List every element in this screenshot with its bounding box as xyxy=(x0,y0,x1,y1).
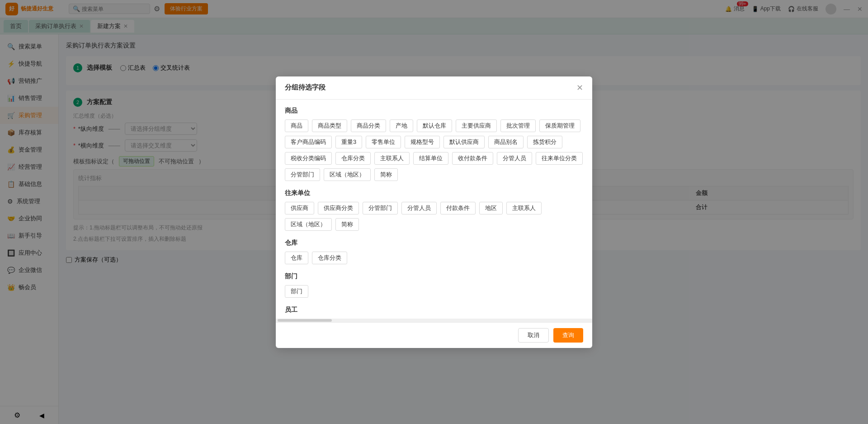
modal-title: 分组待选字段 xyxy=(285,83,326,92)
modal-footer: 取消 查询 xyxy=(276,322,592,348)
modal-header: 分组待选字段 ✕ xyxy=(276,76,592,100)
section-title-employee: 员工 xyxy=(285,306,583,314)
field-tag[interactable]: 供应商 xyxy=(285,202,314,214)
field-tag[interactable]: 分管部门 xyxy=(363,202,398,214)
field-tag[interactable]: 结算单位 xyxy=(413,152,448,165)
field-tag[interactable]: 地区 xyxy=(479,202,503,214)
field-tag[interactable]: 零售单位 xyxy=(366,136,401,148)
field-tag[interactable]: 仓库分类 xyxy=(335,152,371,165)
field-tag[interactable]: 供应商分类 xyxy=(318,202,359,214)
field-tag[interactable]: 商品分类 xyxy=(351,119,386,132)
field-tag[interactable]: 分管部门 xyxy=(285,168,320,181)
field-tag[interactable]: 默认仓库 xyxy=(417,119,452,132)
field-tag[interactable]: 区域（地区） xyxy=(324,168,371,181)
field-tag[interactable]: 批次管理 xyxy=(500,119,536,132)
field-tag[interactable]: 重量3 xyxy=(335,136,362,148)
section-title-warehouse: 仓库 xyxy=(285,239,583,247)
field-tags-goods: 商品 商品类型 商品分类 产地 默认仓库 主要供应商 批次管理 保质期管理 客户… xyxy=(285,119,583,181)
field-tags-partner: 供应商 供应商分类 分管部门 分管人员 付款条件 地区 主联系人 区域（地区） … xyxy=(285,202,583,231)
field-tag[interactable]: 规格型号 xyxy=(405,136,440,148)
field-tag[interactable]: 分管人员 xyxy=(401,202,437,214)
field-tag[interactable]: 仓库分类 xyxy=(312,252,347,264)
field-tag[interactable]: 商品类型 xyxy=(312,119,347,132)
field-tag[interactable]: 产地 xyxy=(390,119,413,132)
field-tag[interactable]: 默认供应商 xyxy=(443,136,485,148)
field-tag[interactable]: 主联系人 xyxy=(506,202,542,214)
field-section-partner: 往来单位 供应商 供应商分类 分管部门 分管人员 付款条件 地区 主联系人 区域… xyxy=(285,189,583,231)
modal: 分组待选字段 ✕ 商品 商品 商品类型 商品分类 产地 默认仓库 主要供应商 批… xyxy=(276,76,592,348)
field-tag[interactable]: 主要供应商 xyxy=(456,119,497,132)
section-title-partner: 往来单位 xyxy=(285,189,583,197)
section-title-goods: 商品 xyxy=(285,107,583,115)
field-tag[interactable]: 简称 xyxy=(374,168,398,181)
field-tag[interactable]: 客户商品编码 xyxy=(285,136,332,148)
field-tag[interactable]: 商品别名 xyxy=(488,136,524,148)
field-section-department: 部门 部门 xyxy=(285,272,583,298)
field-tag[interactable]: 往来单位分类 xyxy=(536,152,583,165)
field-section-goods: 商品 商品 商品类型 商品分类 产地 默认仓库 主要供应商 批次管理 保质期管理… xyxy=(285,107,583,181)
field-tag[interactable]: 付款条件 xyxy=(440,202,476,214)
field-tag[interactable]: 拣货积分 xyxy=(527,136,562,148)
field-tag[interactable]: 分管人员 xyxy=(497,152,532,165)
field-tag[interactable]: 部门 xyxy=(285,285,308,298)
field-tags-warehouse: 仓库 仓库分类 xyxy=(285,252,583,264)
modal-body[interactable]: 商品 商品 商品类型 商品分类 产地 默认仓库 主要供应商 批次管理 保质期管理… xyxy=(276,100,592,319)
field-tag[interactable]: 区域（地区） xyxy=(285,218,332,231)
field-section-employee: 员工 业务员 xyxy=(285,306,583,319)
field-tag[interactable]: 保质期管理 xyxy=(539,119,580,132)
modal-h-scrollbar[interactable] xyxy=(276,319,592,322)
field-tag[interactable]: 商品 xyxy=(285,119,308,132)
field-tag[interactable]: 主联系人 xyxy=(374,152,410,165)
modal-h-scrollbar-thumb xyxy=(278,319,332,322)
cancel-button[interactable]: 取消 xyxy=(518,328,549,343)
section-title-department: 部门 xyxy=(285,272,583,281)
field-tags-department: 部门 xyxy=(285,285,583,298)
modal-overlay: 分组待选字段 ✕ 商品 商品 商品类型 商品分类 产地 默认仓库 主要供应商 批… xyxy=(0,0,868,424)
field-tag[interactable]: 仓库 xyxy=(285,252,308,264)
modal-close-button[interactable]: ✕ xyxy=(576,83,583,93)
confirm-button[interactable]: 查询 xyxy=(553,328,583,343)
field-tag[interactable]: 简称 xyxy=(335,218,359,231)
field-section-warehouse: 仓库 仓库 仓库分类 xyxy=(285,239,583,264)
field-tag[interactable]: 税收分类编码 xyxy=(285,152,332,165)
field-tag[interactable]: 收付款条件 xyxy=(452,152,493,165)
